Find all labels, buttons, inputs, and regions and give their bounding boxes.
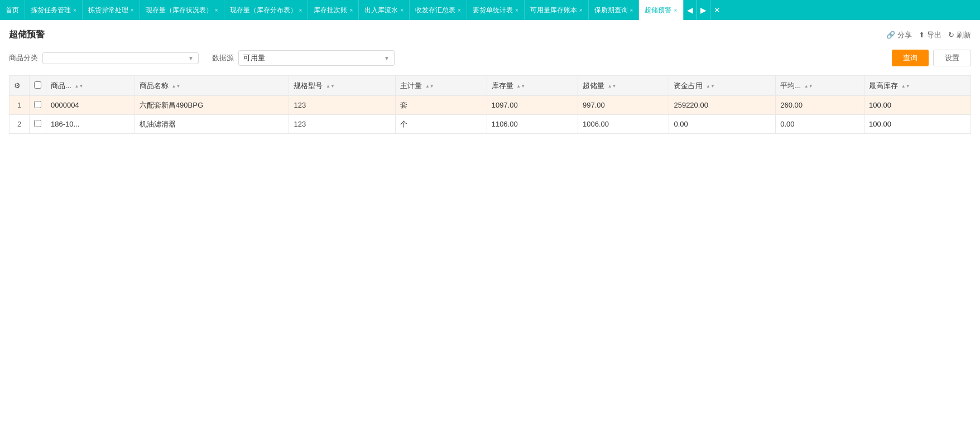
category-label: 商品分类 xyxy=(9,53,38,63)
col-spec[interactable]: 规格型号 ▲▼ xyxy=(289,76,396,96)
nav-tab-4-label: 现存量（库存分布表） xyxy=(230,6,297,15)
col-code-label: 商品... xyxy=(51,81,71,90)
col-code[interactable]: 商品... ▲▼ xyxy=(46,76,135,96)
nav-tab-7-close[interactable]: × xyxy=(458,7,461,13)
nav-tab-3[interactable]: 现存量（库存状况表） × xyxy=(140,0,224,20)
nav-prev-button[interactable]: ◀ xyxy=(683,0,696,20)
col-capital[interactable]: 资金占用 ▲▼ xyxy=(669,76,776,96)
page-header: 超储预警 🔗 分享 ⬆ 导出 ↻ 刷新 xyxy=(9,29,971,41)
col-overstock-sort-icon: ▲▼ xyxy=(608,84,617,89)
nav-close-button[interactable]: ✕ xyxy=(710,0,723,20)
nav-tab-1-label: 拣货任务管理 xyxy=(31,6,71,15)
refresh-button[interactable]: ↻ 刷新 xyxy=(948,30,971,40)
col-max-label: 最高库存 xyxy=(869,81,898,90)
page-title: 超储预警 xyxy=(9,29,45,41)
row-1-checkbox-cell[interactable] xyxy=(30,96,46,115)
nav-tab-8[interactable]: 要货单统计表 × xyxy=(467,0,525,20)
row-1-max: 100.00 xyxy=(864,96,971,115)
share-button[interactable]: 🔗 分享 xyxy=(886,30,912,40)
nav-tab-home[interactable]: 首页 xyxy=(0,0,25,20)
col-unit[interactable]: 主计量 ▲▼ xyxy=(396,76,487,96)
col-stock-sort-icon: ▲▼ xyxy=(516,84,525,89)
table-row: 1 0000004 六配套新昌490BPG 123 套 1097.00 997.… xyxy=(9,96,971,115)
nav-tab-10[interactable]: 保质期查询 × xyxy=(589,0,640,20)
export-button[interactable]: ⬆ 导出 xyxy=(919,30,941,40)
row-2-num: 2 xyxy=(9,115,30,134)
nav-tab-11[interactable]: 超储预警 × xyxy=(639,0,683,20)
col-overstock[interactable]: 超储量 ▲▼ xyxy=(578,76,669,96)
nav-tab-10-label: 保质期查询 xyxy=(594,6,628,15)
datasource-select[interactable]: 可用量 ▼ xyxy=(238,50,395,66)
filter-row: 商品分类 ▼ 数据源 可用量 ▼ 查询 设置 xyxy=(9,50,971,66)
nav-tab-2-close[interactable]: × xyxy=(131,7,134,13)
nav-tab-7[interactable]: 收发存汇总表 × xyxy=(410,0,467,20)
nav-tab-2[interactable]: 拣货异常处理 × xyxy=(83,0,140,20)
datasource-dropdown-icon: ▼ xyxy=(384,55,390,61)
nav-tab-4[interactable]: 现存量（库存分布表） × xyxy=(224,0,309,20)
row-2-checkbox-cell[interactable] xyxy=(30,115,46,134)
col-unit-label: 主计量 xyxy=(400,81,422,90)
col-select-all[interactable] xyxy=(30,76,46,96)
datasource-label: 数据源 xyxy=(212,53,234,63)
nav-tab-6-close[interactable]: × xyxy=(400,7,403,13)
settings-button[interactable]: 设置 xyxy=(933,50,971,66)
row-2-max: 100.00 xyxy=(864,115,971,134)
col-unit-sort-icon: ▲▼ xyxy=(425,84,434,89)
nav-tab-1-close[interactable]: × xyxy=(73,7,76,13)
top-navigation: 首页 拣货任务管理 × 拣货异常处理 × 现存量（库存状况表） × 现存量（库存… xyxy=(0,0,980,20)
share-label: 分享 xyxy=(897,30,912,40)
nav-tab-5-close[interactable]: × xyxy=(349,7,353,13)
nav-tab-8-close[interactable]: × xyxy=(515,7,518,13)
nav-tab-10-close[interactable]: × xyxy=(630,7,633,13)
col-avg[interactable]: 平均... ▲▼ xyxy=(776,76,864,96)
col-max-sort-icon: ▲▼ xyxy=(901,84,910,89)
row-2-checkbox[interactable] xyxy=(34,120,41,127)
nav-tab-3-close[interactable]: × xyxy=(215,7,218,13)
row-1-unit: 套 xyxy=(396,96,487,115)
col-max[interactable]: 最高库存 ▲▼ xyxy=(864,76,971,96)
col-code-sort-icon: ▲▼ xyxy=(74,84,83,89)
col-gear[interactable]: ⚙ xyxy=(9,76,30,96)
nav-tab-6[interactable]: 出入库流水 × xyxy=(359,0,410,20)
row-1-checkbox[interactable] xyxy=(34,101,41,108)
table-row: 2 186-10... 机油滤清器 123 个 1106.00 1006.00 … xyxy=(9,115,971,134)
row-1-overstock: 997.00 xyxy=(578,96,669,115)
select-all-checkbox[interactable] xyxy=(34,81,41,89)
col-overstock-label: 超储量 xyxy=(583,81,604,90)
data-table: ⚙ 商品... ▲▼ 商品名称 ▲▼ 规格型号 ▲▼ 主计 xyxy=(9,75,971,134)
datasource-value: 可用量 xyxy=(243,53,265,63)
nav-tab-7-label: 收发存汇总表 xyxy=(415,6,455,15)
table-header-row: ⚙ 商品... ▲▼ 商品名称 ▲▼ 规格型号 ▲▼ 主计 xyxy=(9,76,971,96)
export-icon: ⬆ xyxy=(919,31,925,39)
row-2-capital: 0.00 xyxy=(669,115,776,134)
filter-buttons: 查询 设置 xyxy=(892,50,971,66)
share-icon: 🔗 xyxy=(886,31,895,39)
nav-tab-3-label: 现存量（库存状况表） xyxy=(146,6,213,15)
query-button[interactable]: 查询 xyxy=(892,50,929,66)
nav-next-button[interactable]: ▶ xyxy=(696,0,710,20)
nav-tab-11-close[interactable]: × xyxy=(674,7,677,13)
nav-tab-4-close[interactable]: × xyxy=(299,7,302,13)
row-2-unit: 个 xyxy=(396,115,487,134)
row-2-name: 机油滤清器 xyxy=(134,115,289,134)
col-spec-sort-icon: ▲▼ xyxy=(326,84,335,89)
nav-tab-1[interactable]: 拣货任务管理 × xyxy=(25,0,83,20)
nav-tab-11-label: 超储预警 xyxy=(645,6,671,15)
category-select[interactable]: ▼ xyxy=(42,52,199,64)
col-name[interactable]: 商品名称 ▲▼ xyxy=(134,76,289,96)
nav-tab-6-label: 出入库流水 xyxy=(364,6,398,15)
datasource-filter: 数据源 可用量 ▼ xyxy=(212,50,395,66)
col-capital-label: 资金占用 xyxy=(674,81,703,90)
nav-tab-9-close[interactable]: × xyxy=(579,7,583,13)
nav-tab-9[interactable]: 可用量库存账本 × xyxy=(525,0,589,20)
refresh-icon: ↻ xyxy=(948,31,954,39)
row-1-code: 0000004 xyxy=(46,96,135,115)
col-stock[interactable]: 库存量 ▲▼ xyxy=(487,76,578,96)
category-dropdown-icon: ▼ xyxy=(188,55,194,61)
nav-tab-5[interactable]: 库存批次账 × xyxy=(308,0,359,20)
row-1-stock: 1097.00 xyxy=(487,96,578,115)
row-2-spec: 123 xyxy=(289,115,396,134)
row-2-code: 186-10... xyxy=(46,115,135,134)
row-2-overstock: 1006.00 xyxy=(578,115,669,134)
row-1-capital: 259220.00 xyxy=(669,96,776,115)
